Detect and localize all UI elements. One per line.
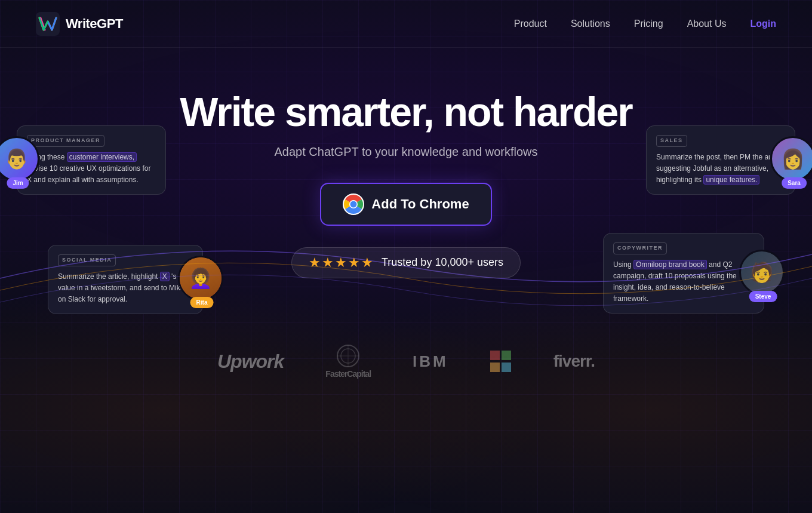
logo-fiverr: fiverr. — [553, 352, 595, 371]
hero-title: Write smarter, not harder — [24, 90, 788, 134]
logo-icon — [36, 12, 60, 36]
chrome-icon — [343, 193, 364, 215]
trust-badge: ★★★★★ Trusted by 10,000+ users — [291, 247, 521, 278]
logo-upwork: Upwork — [217, 351, 284, 373]
nav-pricing[interactable]: Pricing — [634, 19, 663, 29]
logo-microsoft — [490, 351, 512, 372]
hero-content: Write smarter, not harder Adapt ChatGPT … — [0, 48, 812, 302]
nav-links: Product Solutions Pricing About Us Login — [514, 19, 776, 29]
add-to-chrome-button[interactable]: Add To Chrome — [320, 183, 491, 226]
nav-solutions[interactable]: Solutions — [571, 19, 610, 29]
nav-product[interactable]: Product — [514, 19, 547, 29]
logo-fastercapital: FasterCapital — [325, 344, 371, 379]
logo-ibm: IBM — [413, 352, 448, 371]
logo-text: WriteGPT — [66, 16, 123, 32]
fastercapital-label: FasterCapital — [325, 369, 371, 379]
svg-point-4 — [350, 201, 357, 207]
hero-subtitle: Adapt ChatGPT to your knowledge and work… — [24, 145, 788, 159]
cta-area: Add To Chrome ★★★★★ Trusted by 10,000+ u… — [24, 183, 788, 278]
logos-section: Upwork FasterCapital IBM fiverr. — [0, 314, 812, 397]
navbar: WriteGPT Product Solutions Pricing About… — [0, 0, 812, 48]
stars: ★★★★★ — [309, 255, 374, 271]
nav-login[interactable]: Login — [750, 19, 776, 29]
logo[interactable]: WriteGPT — [36, 12, 123, 36]
fastercapital-icon — [336, 344, 360, 368]
hero-section: 👨 Jim PRODUCT MANAGER Using these custom… — [0, 48, 812, 302]
cta-label: Add To Chrome — [371, 196, 469, 212]
svg-rect-0 — [36, 12, 60, 36]
trust-text: Trusted by 10,000+ users — [382, 256, 503, 269]
nav-about[interactable]: About Us — [687, 19, 727, 29]
